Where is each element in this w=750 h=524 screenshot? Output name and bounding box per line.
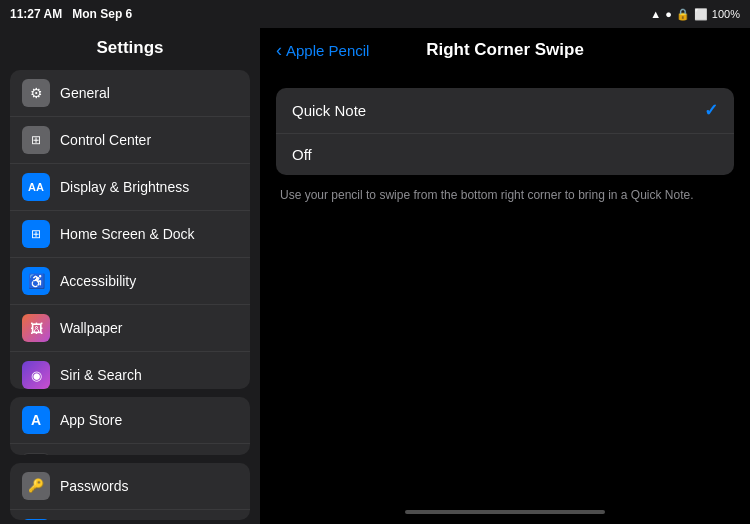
option-quick-note[interactable]: Quick Note ✓	[276, 88, 734, 134]
sidebar-item-home-screen[interactable]: ⊞ Home Screen & Dock	[10, 211, 250, 258]
sidebar-item-display[interactable]: AA Display & Brightness	[10, 164, 250, 211]
back-chevron-icon: ‹	[276, 40, 282, 61]
back-button[interactable]: ‹ Apple Pencil	[276, 40, 369, 61]
battery-icon: ⬜	[694, 8, 708, 21]
sidebar-item-siri[interactable]: ◉ Siri & Search	[10, 352, 250, 389]
sidebar-section-3: 🔑 Passwords ✉ Mail	[10, 463, 250, 521]
sidebar-item-mail[interactable]: ✉ Mail	[10, 510, 250, 521]
battery-percent: 100%	[712, 8, 740, 20]
sidebar-section-1: ⚙ General ⊞ Control Center AA Display & …	[10, 70, 250, 389]
home-screen-icon: ⊞	[22, 220, 50, 248]
detail-title: Right Corner Swipe	[426, 40, 584, 60]
control-center-label: Control Center	[60, 132, 151, 148]
wallet-icon: ▤	[22, 453, 50, 455]
signal-icon: ●	[665, 8, 672, 20]
quick-note-checkmark: ✓	[704, 100, 718, 121]
sidebar-item-app-store[interactable]: A App Store	[10, 397, 250, 444]
display-label: Display & Brightness	[60, 179, 189, 195]
accessibility-icon: ♿	[22, 267, 50, 295]
wallpaper-label: Wallpaper	[60, 320, 123, 336]
off-label: Off	[292, 146, 312, 163]
option-off[interactable]: Off	[276, 134, 734, 175]
sidebar-section-2: A App Store ▤ Wallet & Apple Pay	[10, 397, 250, 455]
passwords-icon: 🔑	[22, 472, 50, 500]
sidebar-item-wallet[interactable]: ▤ Wallet & Apple Pay	[10, 444, 250, 455]
sidebar-title: Settings	[0, 28, 260, 66]
general-icon: ⚙	[22, 79, 50, 107]
quick-note-label: Quick Note	[292, 102, 366, 119]
status-bar: 11:27 AM Mon Sep 6 ▲ ● 🔒 ⬜ 100%	[0, 0, 750, 28]
app-store-label: App Store	[60, 412, 122, 428]
siri-icon: ◉	[22, 361, 50, 389]
wifi-icon: ▲	[650, 8, 661, 20]
sidebar-item-accessibility[interactable]: ♿ Accessibility	[10, 258, 250, 305]
lock-icon: 🔒	[676, 8, 690, 21]
passwords-label: Passwords	[60, 478, 128, 494]
app-store-icon: A	[22, 406, 50, 434]
main-content: Settings ⚙ General ⊞ Control Center AA D…	[0, 28, 750, 524]
options-group: Quick Note ✓ Off	[276, 88, 734, 175]
wallpaper-icon: 🖼	[22, 314, 50, 342]
detail-header: ‹ Apple Pencil Right Corner Swipe	[260, 28, 750, 72]
detail-body: Quick Note ✓ Off Use your pencil to swip…	[260, 72, 750, 508]
status-icons: ▲ ● 🔒 ⬜ 100%	[650, 8, 740, 21]
control-center-icon: ⊞	[22, 126, 50, 154]
home-screen-label: Home Screen & Dock	[60, 226, 195, 242]
sidebar: Settings ⚙ General ⊞ Control Center AA D…	[0, 28, 260, 524]
sidebar-item-control-center[interactable]: ⊞ Control Center	[10, 117, 250, 164]
sidebar-item-general[interactable]: ⚙ General	[10, 70, 250, 117]
general-label: General	[60, 85, 110, 101]
accessibility-label: Accessibility	[60, 273, 136, 289]
description-text: Use your pencil to swipe from the bottom…	[276, 187, 734, 204]
display-icon: AA	[22, 173, 50, 201]
sidebar-item-wallpaper[interactable]: 🖼 Wallpaper	[10, 305, 250, 352]
scroll-indicator	[405, 510, 605, 514]
siri-label: Siri & Search	[60, 367, 142, 383]
detail-panel: ‹ Apple Pencil Right Corner Swipe Quick …	[260, 28, 750, 524]
back-label: Apple Pencil	[286, 42, 369, 59]
sidebar-item-passwords[interactable]: 🔑 Passwords	[10, 463, 250, 510]
status-time-date: 11:27 AM Mon Sep 6	[10, 7, 132, 21]
mail-icon: ✉	[22, 519, 50, 521]
